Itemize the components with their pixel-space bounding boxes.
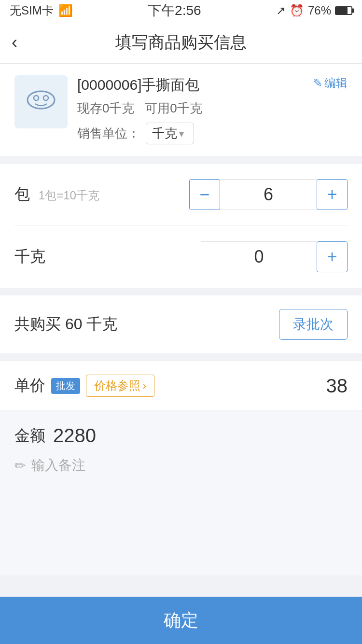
status-left: 无SIM卡 📶 [10, 3, 73, 18]
package-input[interactable] [220, 179, 317, 210]
confirm-button[interactable]: 确定 [0, 597, 362, 644]
price-value: 38 [326, 375, 348, 397]
stock-text: 现存0千克 [77, 101, 134, 115]
wifi-icon: 📶 [58, 4, 73, 17]
input-section: 包 1包=10千克 − + 千克 + [0, 164, 362, 288]
batch-button[interactable]: 录批次 [279, 309, 348, 340]
nav-bar: ‹ 填写商品购买信息 [0, 21, 362, 64]
status-time: 下午2:56 [148, 1, 201, 20]
summary-text: 共购买 60 千克 [14, 314, 117, 335]
amount-row: 金额 2280 [14, 425, 348, 447]
kilogram-input[interactable] [201, 241, 317, 272]
back-button[interactable]: ‹ [12, 32, 17, 53]
kilogram-row: 千克 + [14, 226, 348, 288]
package-label: 包 [14, 185, 30, 203]
location-icon: ↗ [276, 4, 286, 17]
product-card: [0000006]手撕面包 ✎ 编辑 现存0千克 可用0千克 销售单位： 千克 … [0, 64, 362, 156]
edit-icon: ✎ [313, 76, 322, 90]
price-ref-label: 价格参照 [94, 378, 140, 393]
product-name: [0000006]手撕面包 [77, 75, 199, 95]
unit-value: 千克 [152, 125, 177, 142]
kilogram-quantity-control: + [201, 241, 348, 272]
amount-section: 金额 2280 ✏ 输入备注 [0, 411, 362, 575]
available-text: 可用0千克 [145, 101, 202, 115]
svg-point-1 [34, 96, 39, 100]
package-label-group: 包 1包=10千克 [14, 184, 99, 205]
package-plus-button[interactable]: + [317, 179, 348, 210]
summary-section: 共购买 60 千克 录批次 [0, 295, 362, 353]
page-title: 填写商品购买信息 [115, 31, 247, 54]
remark-icon: ✏ [14, 458, 26, 474]
unit-select[interactable]: 千克 ▾ [146, 123, 194, 144]
unit-label: 销售单位： [77, 125, 140, 142]
carrier-text: 无SIM卡 [10, 3, 54, 18]
svg-point-2 [43, 96, 48, 100]
package-quantity-control: − + [189, 179, 348, 210]
price-label: 单价 [14, 375, 45, 396]
battery-icon [335, 6, 352, 15]
kilogram-label: 千克 [14, 248, 45, 265]
price-ref-button[interactable]: 价格参照 › [86, 375, 154, 397]
amount-label: 金额 [14, 425, 45, 447]
dropdown-icon: ▾ [179, 128, 184, 140]
edit-button[interactable]: ✎ 编辑 [313, 75, 348, 91]
remark-placeholder: 输入备注 [31, 456, 85, 475]
kilogram-label-group: 千克 [14, 246, 45, 267]
package-hint: 1包=10千克 [39, 189, 99, 202]
price-label-group: 单价 批发 价格参照 › [14, 375, 154, 397]
battery-text: 76% [308, 4, 331, 17]
remark-row[interactable]: ✏ 输入备注 [14, 456, 348, 475]
product-info: [0000006]手撕面包 ✎ 编辑 现存0千克 可用0千克 销售单位： 千克 … [77, 75, 348, 144]
package-row: 包 1包=10千克 − + [14, 164, 348, 226]
price-tag-pifa: 批发 [51, 378, 80, 394]
product-stock: 现存0千克 可用0千克 [77, 100, 348, 117]
product-unit-row: 销售单位： 千克 ▾ [77, 123, 348, 144]
price-ref-arrow: › [142, 379, 146, 392]
kilogram-plus-button[interactable]: + [317, 241, 348, 272]
product-image [14, 75, 68, 128]
status-bar: 无SIM卡 📶 下午2:56 ↗ ⏰ 76% [0, 0, 362, 21]
edit-label: 编辑 [324, 75, 348, 91]
alarm-icon: ⏰ [290, 4, 304, 17]
package-minus-button[interactable]: − [189, 179, 220, 210]
status-right: ↗ ⏰ 76% [276, 4, 352, 17]
product-name-row: [0000006]手撕面包 ✎ 编辑 [77, 75, 348, 95]
amount-value: 2280 [53, 425, 96, 447]
price-section: 单价 批发 价格参照 › 38 [0, 361, 362, 410]
